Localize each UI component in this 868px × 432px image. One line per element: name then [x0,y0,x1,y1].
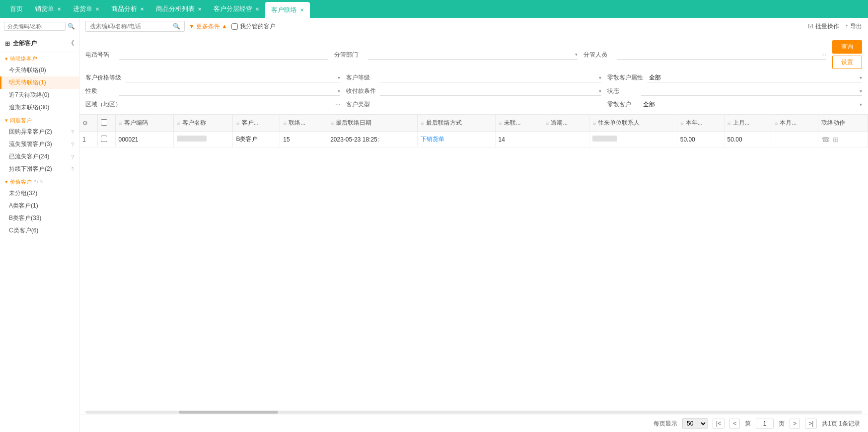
sidebar-item-declining[interactable]: 持续下滑客户(2) ? [0,163,79,175]
price-level-input[interactable] [125,73,338,82]
page-size-select[interactable]: 50 100 200 [682,418,708,429]
query-button[interactable]: 查询 [832,40,862,54]
nav-sales[interactable]: 销货单 ✕ [29,0,67,18]
first-page-button[interactable]: |< [713,419,724,429]
status-input[interactable] [641,86,860,95]
dept-label: 分管部门 [334,51,364,59]
person-input[interactable] [617,50,819,59]
last-method-link[interactable]: 下销货单 [421,136,444,143]
ellipsis-icon[interactable]: ··· [821,51,826,58]
chevron-down-icon[interactable]: ▾ [860,102,862,107]
sidebar-item-b-class[interactable]: B类客户(33) [0,212,79,224]
masked-name [177,136,207,142]
filter-panel: 电话号码 分管部门 ▾ 分管人员 ··· [79,35,868,115]
help-icon[interactable]: ? [71,129,74,135]
gender-input[interactable] [119,86,338,95]
toolbar: 🔍 ▼ 更多条件 ▲ 我分管的客户 ☑ 批量操作 ↑ 导出 [79,18,868,35]
filter-action-buttons: 查询 设置 [832,40,862,69]
settings-icon[interactable]: ⚙ [82,120,88,127]
row-select-checkbox[interactable] [101,136,107,142]
ellipsis-icon[interactable]: ··· [335,101,340,108]
sidebar-item-churn-warning[interactable]: 流失预警客户(3) ? [0,138,79,150]
chevron-down-icon[interactable]: ▾ [338,88,340,94]
nav-customer-tier[interactable]: 客户分层经营 ✕ [208,0,265,18]
search-input[interactable] [90,23,171,30]
dept-input[interactable] [368,50,575,59]
person-select-wrap: ··· [617,50,826,60]
retail-attr-input[interactable] [647,73,860,82]
nav-customer-contact[interactable]: 客户联络 ✕ [265,2,310,18]
search-icon[interactable]: 🔍 [173,23,180,30]
nav-product-analysis[interactable]: 商品分析 ✕ [105,0,150,18]
chevron-down-icon[interactable]: ▾ [338,75,340,80]
chevron-down-icon[interactable]: ▾ [860,75,862,80]
sidebar-all-customers[interactable]: ⊞ 全部客户 《 [0,35,79,52]
page-input[interactable] [756,419,774,429]
masked-contact [592,136,617,142]
refresh-icon[interactable]: ↻ [34,179,38,185]
customer-type-input[interactable] [380,100,601,109]
col-settings: ⚙ [79,115,97,132]
payment-label: 收付款条件 [346,87,376,95]
col-last-month: ≡上月... [724,115,771,132]
close-icon[interactable]: ✕ [255,6,259,12]
help-icon[interactable]: ? [71,154,74,160]
close-icon[interactable]: ✕ [140,6,144,12]
sidebar-search-input[interactable] [4,22,66,31]
filter-row-3: 性质 ▾ 收付款条件 ▾ 状态 [85,86,862,96]
help-icon[interactable]: ? [71,142,74,147]
sidebar-item-overdue-contact[interactable]: 逾期未联络(30) [0,101,79,114]
sidebar: 🔍 ⊞ 全部客户 《 待联络客户 今天待联络(0) 明天待联络(1) 近7天待联… [0,18,79,432]
prev-page-button[interactable]: < [729,419,740,429]
filter-retail-customer: 零散客户 ▾ [607,100,862,109]
sidebar-item-7days-pending[interactable]: 近7天待联络(0) [0,89,79,101]
nav-home[interactable]: 首页 [4,0,29,18]
close-icon[interactable]: ✕ [300,7,304,13]
chevron-down-icon[interactable]: ▾ [575,52,578,57]
batch-operation-button[interactable]: ☑ 批量操作 [808,22,839,31]
last-page-button[interactable]: >| [805,419,817,429]
help-icon[interactable]: ? [71,166,74,172]
nav-product-analysis-list[interactable]: 商品分析列表 ✕ [150,0,208,18]
sidebar-item-a-class[interactable]: A类客户(1) [0,200,79,212]
sidebar-item-repurchase-abnormal[interactable]: 回购异常客户(2) ? [0,126,79,138]
sidebar-item-c-class[interactable]: C类客户(6) [0,224,79,237]
next-page-button[interactable]: > [790,419,800,429]
contact-icon[interactable]: ☎ [821,136,830,144]
close-icon[interactable]: ✕ [95,6,99,12]
my-customers-checkbox-label[interactable]: 我分管的客户 [231,22,276,31]
scrollbar-area [79,410,868,415]
set-button[interactable]: 设置 [832,56,862,69]
my-customers-checkbox[interactable] [231,23,238,30]
more-action-icon[interactable]: ⊞ [833,136,839,144]
sidebar-item-ungrouped[interactable]: 未分组(32) [0,187,79,200]
dept-select-wrap: ▾ [368,50,577,60]
chevron-down-icon[interactable]: ▾ [599,88,601,94]
retail-customer-select: ▾ [641,100,862,109]
chevron-down-icon[interactable]: ▾ [860,88,862,94]
chevron-down-icon[interactable]: ▾ [599,75,601,80]
sidebar-search-icon[interactable]: 🔍 [68,23,75,30]
table-row: 1 000021 B类客户 15 2023-05-23 18:25: [79,132,868,147]
select-all-checkbox[interactable] [101,119,107,126]
region-input[interactable] [125,100,333,109]
filter-dept: 分管部门 ▾ [334,50,577,60]
close-icon[interactable]: ✕ [57,6,61,12]
sidebar-item-today-pending[interactable]: 今天待联络(0) [0,64,79,76]
phone-input[interactable] [119,50,328,60]
gender-select: ▾ [119,86,340,96]
collapse-icon[interactable]: 《 [68,39,74,48]
more-conditions-button[interactable]: ▼ 更多条件 ▲ [189,22,227,31]
sidebar-item-tomorrow-pending[interactable]: 明天待联络(1) [0,76,79,89]
scrollbar-thumb[interactable] [179,411,278,414]
sidebar-item-churned[interactable]: 已流失客户(24) ? [0,150,79,163]
top-nav: 首页 销货单 ✕ 进货单 ✕ 商品分析 ✕ 商品分析列表 ✕ 客户分层经营 ✕ … [0,0,868,18]
nav-purchase[interactable]: 进货单 ✕ [67,0,105,18]
edit-icon[interactable]: ✎ [39,179,44,185]
customer-level-input[interactable] [380,73,598,82]
retail-customer-input[interactable] [641,100,860,109]
payment-input[interactable] [380,86,598,95]
close-icon[interactable]: ✕ [198,6,202,12]
col-contact-count: ≡联络... [280,115,327,132]
export-button[interactable]: ↑ 导出 [845,22,862,31]
